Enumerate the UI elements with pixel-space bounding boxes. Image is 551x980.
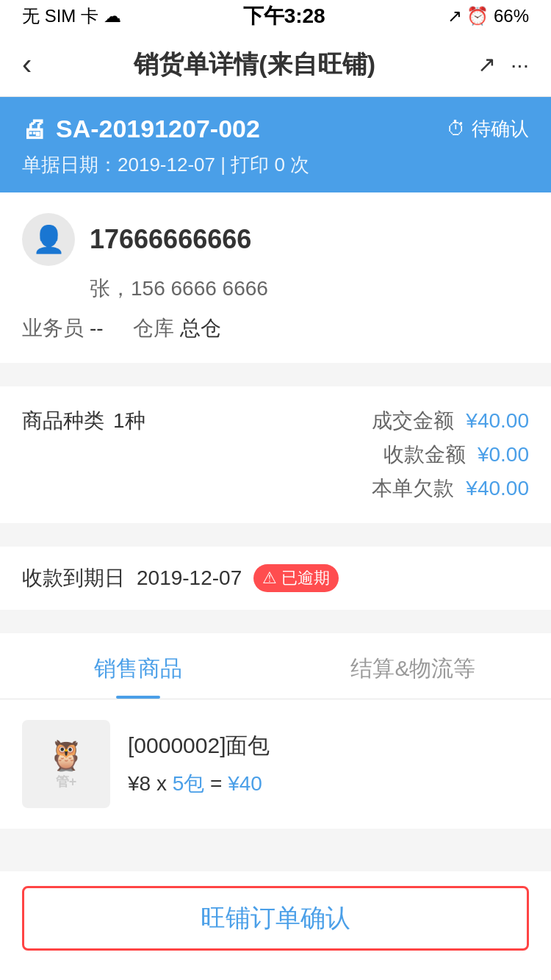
warehouse-meta: 仓库 总仓: [133, 314, 221, 342]
amount-value-1: ¥0.00: [478, 443, 529, 466]
customer-meta: 业务员 -- 仓库 总仓: [22, 314, 529, 342]
amount-row-1: 收款金额 ¥0.00: [383, 441, 529, 469]
avatar: 👤: [22, 213, 75, 266]
customer-phone: 17666666666: [90, 224, 251, 255]
product-code: [0000002]: [128, 733, 226, 757]
page-title: 销货单详情(来自旺铺): [134, 48, 375, 82]
amount-label-0: 成交金额: [372, 407, 454, 435]
status-time: 下午3:28: [243, 2, 325, 30]
product-info: [0000002]面包 ¥8 x 5包 = ¥40: [128, 731, 529, 798]
amount-value-2: ¥40.00: [466, 477, 529, 500]
amounts-column: 成交金额 ¥40.00 收款金额 ¥0.00 本单欠款 ¥40.00: [372, 407, 529, 502]
tab-products[interactable]: 销售商品: [0, 633, 276, 699]
order-id-row: 🖨 SA-20191207-002 ⏱ 待确认: [22, 115, 529, 143]
more-icon[interactable]: ···: [511, 52, 529, 77]
product-thumbnail: 🦉 管+: [22, 720, 110, 808]
status-bar: 无 SIM 卡 ☁ 下午3:28 ↗ ⏰ 66%: [0, 0, 551, 32]
bottom-bar: 旺铺订单确认: [0, 871, 551, 980]
quantity: 5包: [173, 772, 205, 795]
share-icon[interactable]: ↗: [478, 51, 496, 77]
warehouse-value: 总仓: [180, 314, 221, 342]
tab-settlement[interactable]: 结算&物流等: [276, 633, 551, 699]
equals-sign: =: [210, 772, 228, 795]
status-left: 无 SIM 卡 ☁: [22, 4, 121, 28]
order-id-text: SA-20191207-002: [56, 115, 260, 143]
product-item-0: 🦉 管+ [0000002]面包 ¥8 x 5包 = ¥40: [0, 699, 551, 829]
product-types-value: 1种: [113, 407, 145, 435]
nav-right-controls: ↗ ···: [478, 51, 529, 77]
salesperson-value: --: [90, 317, 104, 340]
separator-2: [0, 535, 551, 547]
product-price: ¥8 x 5包 = ¥40: [128, 770, 529, 798]
due-date-value: 2019-12-07: [137, 566, 242, 590]
amount-value-0: ¥40.00: [466, 409, 529, 433]
product-name: [0000002]面包: [128, 731, 529, 761]
order-status: ⏱ 待确认: [447, 116, 529, 142]
signal-icons: ↗ ⏰ 66%: [447, 6, 529, 26]
product-thumb-owl: 🦉: [48, 738, 84, 773]
tabs-bar: 销售商品 结算&物流等: [0, 633, 551, 699]
avatar-icon: 👤: [32, 224, 65, 255]
product-section: 🦉 管+ [0000002]面包 ¥8 x 5包 = ¥40: [0, 699, 551, 829]
overdue-icon: ⚠: [262, 569, 277, 588]
order-icon: 🖨: [22, 115, 47, 143]
product-thumb-text: 管+: [56, 773, 77, 790]
sim-status: 无 SIM 卡 ☁: [22, 4, 121, 28]
separator-3: [0, 621, 551, 633]
separator-1: [0, 375, 551, 386]
nav-bar: ‹ 销货单详情(来自旺铺) ↗ ···: [0, 32, 551, 97]
warehouse-label: 仓库: [133, 314, 174, 342]
nav-left-controls: ‹: [22, 48, 32, 81]
confirm-order-button[interactable]: 旺铺订单确认: [22, 886, 529, 951]
amount-label-2: 本单欠款: [372, 475, 454, 502]
salesperson-meta: 业务员 --: [22, 314, 104, 342]
amount-row-2: 本单欠款 ¥40.00: [372, 475, 529, 502]
total-price: ¥40: [228, 772, 262, 795]
order-meta: 单据日期：2019-12-07 | 打印 0 次: [22, 152, 529, 178]
amount-row-0: 成交金额 ¥40.00: [372, 407, 529, 435]
back-button[interactable]: ‹: [22, 48, 32, 81]
product-types-label: 商品种类: [22, 407, 104, 435]
customer-card: 👤 17666666666 张，156 6666 6666 业务员 -- 仓库 …: [0, 192, 551, 363]
status-clock-icon: ⏱: [447, 118, 466, 140]
multiply-icon: x: [156, 772, 173, 795]
customer-name: 张，156 6666 6666: [22, 275, 529, 303]
amount-label-1: 收款金额: [383, 441, 466, 469]
price-unit: ¥8: [128, 772, 151, 795]
summary-card: 商品种类 1种 成交金额 ¥40.00 收款金额 ¥0.00 本单欠款 ¥40.…: [0, 386, 551, 523]
salesperson-label: 业务员: [22, 314, 84, 342]
product-name-text: 面包: [226, 733, 270, 757]
order-header: 🖨 SA-20191207-002 ⏱ 待确认 单据日期：2019-12-07 …: [0, 97, 551, 192]
customer-top: 👤 17666666666: [22, 213, 529, 266]
status-text: 待确认: [472, 116, 529, 142]
status-right: ↗ ⏰ 66%: [447, 6, 529, 26]
due-date-label: 收款到期日: [22, 564, 125, 592]
due-date-card: 收款到期日 2019-12-07 ⚠ 已逾期: [0, 547, 551, 610]
overdue-text: 已逾期: [281, 567, 330, 589]
order-id: 🖨 SA-20191207-002: [22, 115, 260, 143]
overdue-badge: ⚠ 已逾期: [253, 564, 339, 592]
product-types: 商品种类 1种: [22, 407, 145, 435]
